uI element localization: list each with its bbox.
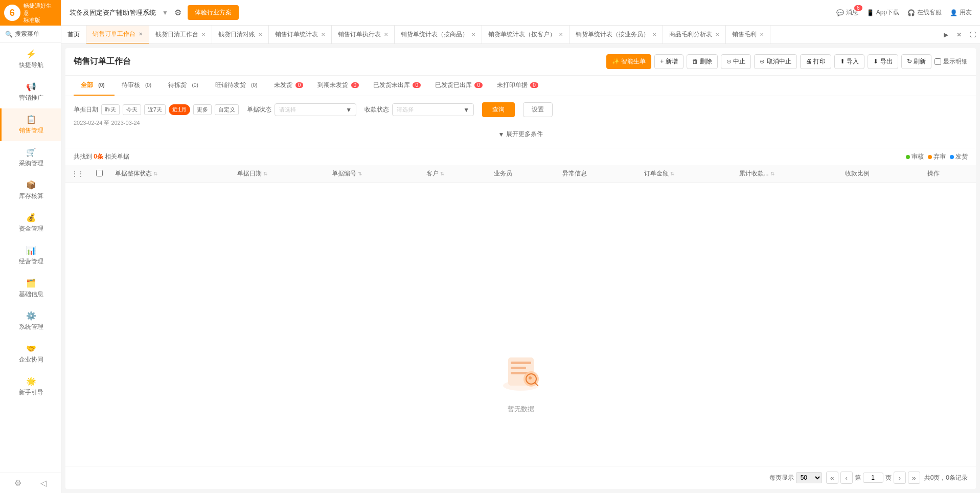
query-btn[interactable]: 查询 (482, 102, 515, 117)
tab-more-btn[interactable]: ▶ (940, 26, 952, 44)
tab-sales-stats[interactable]: 销售订单统计表 ✕ (269, 26, 332, 44)
col-check[interactable] (90, 165, 109, 183)
show-detail-checkbox[interactable] (935, 58, 941, 65)
refresh-btn[interactable]: ↻ 刷新 (901, 54, 931, 69)
col-abnormal-header: 异常信息 (556, 165, 639, 183)
sidebar-item-inventory[interactable]: 📦 库存核算 (0, 174, 61, 207)
date-btn-more[interactable]: 更多 (193, 104, 212, 115)
sidebar-item-sales[interactable]: 📋 销售管理 (0, 108, 61, 141)
tab-close-summary-staff[interactable]: ✕ (652, 32, 656, 37)
ship-action-btn[interactable]: 发货 (950, 152, 968, 161)
online-service-btn[interactable]: 🎧 在线客服 (907, 8, 942, 17)
sidebar-item-quick-nav[interactable]: ⚡ 快捷导航 (0, 43, 61, 76)
sub-tab-pending-pickup[interactable]: 待拣货 (0) (161, 76, 208, 96)
tab-product-margin[interactable]: 商品毛利分析表 ✕ (663, 26, 726, 44)
sidebar-item-enterprise[interactable]: 🤝 企业协同 (0, 338, 61, 370)
sort-amount[interactable]: 订单金额 ⇅ (644, 169, 726, 178)
tab-home[interactable]: 首页 (61, 26, 86, 44)
tab-close-sales-workbench[interactable]: ✕ (139, 31, 143, 37)
first-page-btn[interactable]: « (826, 472, 838, 484)
sort-received[interactable]: 累计收款... ⇅ (739, 169, 833, 178)
tab-close-summary-customer[interactable]: ✕ (559, 32, 563, 37)
sort-date[interactable]: 单据日期 ⇅ (237, 169, 320, 178)
sub-tab-no-print[interactable]: 未打印单据 0 (490, 76, 545, 96)
sidebar-item-system[interactable]: ⚙️ 系统管理 (0, 305, 61, 338)
page-size-dropdown[interactable]: 10 20 50 100 (796, 472, 822, 483)
sidebar-item-basic[interactable]: 🗂️ 基础信息 (0, 272, 61, 305)
import-btn[interactable]: ⬆ 导入 (834, 54, 864, 69)
tab-sales-exec[interactable]: 销售订单执行表 ✕ (332, 26, 395, 44)
date-btn-1month[interactable]: 近1月 (169, 104, 190, 115)
date-btn-7days[interactable]: 近7天 (144, 104, 166, 115)
sidebar-item-marketing[interactable]: 📢 营销推广 (0, 76, 61, 108)
user-btn[interactable]: 👤 用友 (950, 8, 972, 17)
status-select[interactable]: 请选择 ▼ (275, 103, 356, 116)
sub-tab-overdue[interactable]: 到期未发货 0 (310, 76, 366, 96)
settings-icon[interactable]: ⚙ (14, 478, 21, 488)
show-detail-toggle[interactable]: 显示明细 (935, 57, 968, 66)
date-btn-yesterday[interactable]: 昨天 (101, 104, 120, 115)
ship-dot (950, 155, 954, 159)
tab-close-sales-stats[interactable]: ✕ (321, 32, 325, 37)
sub-tab-wangpu[interactable]: 旺铺待发货 (0) (208, 76, 267, 96)
prev-page-btn[interactable]: ‹ (840, 472, 853, 484)
tab-sales-workbench[interactable]: 销售订单工作台 ✕ (86, 26, 149, 44)
industry-btn[interactable]: 体验行业方案 (188, 5, 239, 20)
header-dropdown-icon[interactable]: ▼ (162, 9, 168, 16)
tab-close-cash-reconcile[interactable]: ✕ (258, 32, 262, 37)
filter-area: 单据日期 昨天 今天 近7天 近1月 更多 自定义 单据状态 (65, 96, 976, 148)
sidebar-item-guide[interactable]: 🌟 新手引导 (0, 370, 61, 403)
sidebar-item-purchase[interactable]: 🛒 采购管理 (0, 141, 61, 174)
sidebar-item-finance[interactable]: 💰 资金管理 (0, 207, 61, 239)
tab-sales-summary-staff[interactable]: 销货单统计表（按业务员） ✕ (569, 26, 663, 44)
last-page-btn[interactable]: » (908, 472, 920, 484)
collapse-icon[interactable]: ◁ (40, 478, 47, 488)
sub-tab-shipped-out[interactable]: 已发货已出库 0 (428, 76, 490, 96)
app-download-btn[interactable]: 📱 App下载 (867, 8, 899, 17)
sort-number[interactable]: 单据编号 ⇅ (332, 169, 414, 178)
cancel-stop-btn[interactable]: ⊙ 取消中止 (754, 54, 796, 69)
sub-tab-pending-review[interactable]: 待审核 (0) (115, 76, 162, 96)
settings-btn[interactable]: 设置 (523, 102, 553, 117)
review-action-btn[interactable]: 审核 (906, 152, 924, 161)
table-scroll[interactable]: ⋮⋮ 单据整体状态 ⇅ 单据日 (65, 165, 976, 295)
print-btn[interactable]: 🖨 打印 (800, 54, 831, 69)
select-all-checkbox[interactable] (96, 170, 103, 176)
tab-sales-summary-customer[interactable]: 销货单统计表（按客户） ✕ (482, 26, 569, 44)
tab-close-cash-daily[interactable]: ✕ (201, 32, 206, 37)
next-page-btn[interactable]: › (894, 472, 906, 484)
message-btn[interactable]: 💬 消息 6 (836, 8, 858, 17)
delete-btn[interactable]: 🗑 删除 (687, 54, 718, 69)
sidebar-item-operations[interactable]: 📊 经营管理 (0, 239, 61, 272)
sub-tab-all[interactable]: 全部 (0) (74, 76, 115, 96)
header-settings-icon[interactable]: ⚙ (174, 8, 181, 17)
unreviewed-action-btn[interactable]: 弃审 (928, 152, 946, 161)
tab-close-sales-exec[interactable]: ✕ (384, 32, 388, 37)
export-btn[interactable]: ⬇ 导出 (868, 54, 898, 69)
sort-customer[interactable]: 客户 ⇅ (426, 169, 482, 178)
add-btn[interactable]: + 新增 (654, 54, 683, 69)
tab-close-profit[interactable]: ✕ (760, 32, 764, 37)
expand-more-btn[interactable]: ▼ 展开更多条件 (74, 127, 968, 142)
tab-close-all-btn[interactable]: ✕ (952, 26, 966, 44)
tab-close-margin[interactable]: ✕ (715, 32, 719, 37)
page-number-input[interactable] (863, 473, 883, 483)
sub-tab-shipped-no-out[interactable]: 已发货未出库 0 (366, 76, 428, 96)
tab-cash-daily[interactable]: 钱货日清工作台 ✕ (149, 26, 212, 44)
tab-sales-summary-product[interactable]: 销货单统计表（按商品） ✕ (395, 26, 482, 44)
sort-status[interactable]: 单据整体状态 ⇅ (115, 169, 225, 178)
tab-close-summary-product[interactable]: ✕ (471, 32, 475, 37)
tab-cash-reconcile[interactable]: 钱货日清对账 ✕ (212, 26, 269, 44)
tab-sales-profit[interactable]: 销售毛利 ✕ (726, 26, 770, 44)
sub-tab-unshipped[interactable]: 未发货 0 (267, 76, 310, 96)
tab-fullscreen-btn[interactable]: ⛶ (966, 26, 980, 44)
stop-btn[interactable]: ⊙ 中止 (721, 54, 751, 69)
table-info: 共找到 0条 相关单据 审核 弃审 发货 (65, 148, 976, 165)
payment-select[interactable]: 请选择 ▼ (392, 103, 474, 116)
sidebar-search[interactable]: 🔍 搜索菜单 (0, 26, 61, 43)
sales-icon: 📋 (26, 115, 36, 124)
date-btn-custom[interactable]: 自定义 (215, 104, 239, 115)
tab-controls: ▶ ✕ ⛶ (940, 26, 980, 44)
date-btn-today[interactable]: 今天 (123, 104, 141, 115)
smart-create-btn[interactable]: ✨ 智能生单 (606, 54, 651, 69)
